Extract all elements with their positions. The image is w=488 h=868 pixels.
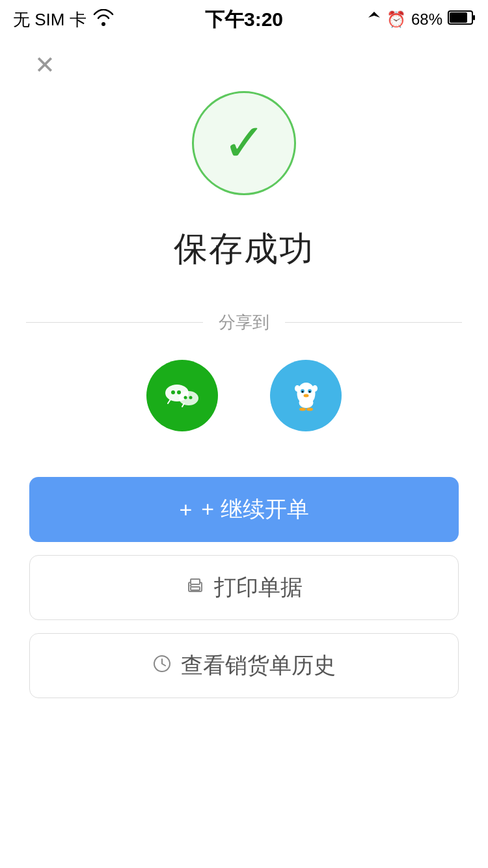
svg-point-7	[184, 396, 187, 400]
svg-point-17	[306, 407, 313, 411]
svg-point-13	[308, 390, 310, 392]
location-icon	[367, 10, 381, 29]
close-icon: ✕	[34, 53, 55, 77]
svg-point-8	[189, 396, 193, 400]
battery-icon	[448, 10, 475, 29]
share-divider: 分享到	[0, 311, 488, 334]
svg-rect-2	[473, 15, 475, 20]
main-content: ✓ 保存成功 分享到	[0, 39, 488, 698]
svg-point-16	[299, 407, 306, 411]
status-left: 无 SIM 卡	[13, 8, 114, 31]
checkmark-icon: ✓	[223, 117, 266, 169]
close-button[interactable]: ✕	[29, 49, 61, 81]
svg-point-19	[312, 385, 318, 392]
svg-rect-22	[191, 587, 200, 590]
status-right: ⏰ 68%	[367, 10, 475, 29]
svg-rect-1	[450, 12, 467, 23]
svg-point-6	[177, 390, 181, 394]
svg-rect-21	[191, 579, 200, 584]
wechat-icon	[163, 376, 202, 415]
history-icon	[152, 654, 172, 678]
print-button[interactable]: 打印单据	[29, 555, 459, 620]
battery-percent: 68%	[411, 10, 442, 29]
print-label: 打印单据	[214, 573, 303, 603]
qq-share-button[interactable]	[270, 360, 342, 431]
plus-icon: +	[179, 497, 192, 522]
continue-label: + 继续开单	[201, 495, 308, 524]
divider-right	[285, 322, 462, 323]
share-label: 分享到	[203, 311, 285, 334]
svg-point-12	[301, 390, 303, 392]
qq-icon	[288, 378, 324, 414]
continue-button[interactable]: + + 继续开单	[29, 477, 459, 542]
alarm-icon: ⏰	[386, 10, 406, 29]
svg-point-18	[295, 385, 300, 392]
history-label: 查看销货单历史	[181, 651, 336, 681]
action-buttons: + + 继续开单 打印单据 查看销货单历	[29, 477, 459, 698]
status-bar: 无 SIM 卡 下午3:20 ⏰ 68%	[0, 0, 488, 39]
divider-left	[26, 322, 203, 323]
svg-point-15	[299, 398, 313, 408]
wechat-share-button[interactable]	[146, 360, 218, 431]
success-title: 保存成功	[174, 226, 314, 272]
print-icon	[185, 576, 205, 600]
share-icons	[0, 360, 488, 431]
success-circle: ✓	[192, 91, 296, 195]
share-section: 分享到	[0, 311, 488, 431]
svg-point-23	[190, 584, 192, 586]
history-button[interactable]: 查看销货单历史	[29, 633, 459, 698]
no-sim-label: 无 SIM 卡	[13, 8, 87, 31]
wifi-icon	[93, 9, 114, 30]
svg-point-4	[179, 391, 198, 405]
svg-point-5	[171, 390, 175, 394]
status-time: 下午3:20	[205, 7, 283, 33]
svg-point-14	[303, 394, 308, 397]
